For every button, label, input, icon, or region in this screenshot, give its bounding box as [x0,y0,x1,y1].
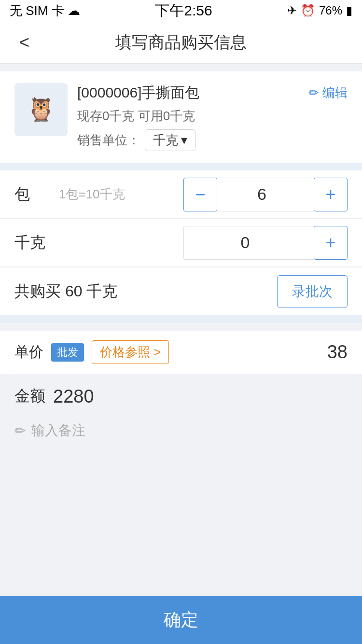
product-unit-row: 销售单位： 千克 ▾ [77,129,348,151]
unit-selector[interactable]: 千克 ▾ [145,129,195,151]
kg-controls: + [183,226,348,260]
sim-status: 无 SIM 卡 ☁ [10,2,80,19]
unit-value: 千克 [153,132,178,149]
product-name: [0000006]手撕面包 [77,83,199,103]
location-icon: ✈ [287,4,297,17]
status-time: 下午2:56 [155,1,212,21]
kg-increment-button[interactable]: + [314,226,348,260]
kg-input-row: 千克 + [0,219,362,267]
battery-icon: ▮ [346,4,352,17]
total-row: 共购买 60 千克 录批次 [0,267,362,315]
product-card: 🦉 [0000006]手撕面包 ✏ 编辑 现存0千克 可用0千克 销售单位： 千… [0,71,362,163]
status-bar: 无 SIM 卡 ☁ 下午2:56 ✈ ⏰ 76% ▮ [0,0,362,21]
price-label: 单价 [14,342,43,362]
price-section: 单价 批发 价格参照 > 38 [0,331,362,374]
confirm-button[interactable]: 确定 [0,596,362,644]
kg-label: 千克 [14,232,53,253]
bag-controls: − + [183,178,348,211]
amount-label: 金额 [14,386,45,407]
separator-1 [0,163,362,170]
status-right: ✈ ⏰ 76% ▮ [287,4,352,17]
price-type-tag: 批发 [51,343,84,362]
product-name-row: [0000006]手撕面包 ✏ 编辑 [77,83,348,103]
note-placeholder: 输入备注 [31,421,85,440]
product-stock: 现存0千克 可用0千克 [77,108,348,125]
edit-button[interactable]: ✏ 编辑 [308,84,348,101]
bag-sublabel: 1包=10千克 [59,186,125,203]
product-thumbnail: 🦉 [14,83,68,136]
back-button[interactable]: < [14,28,34,57]
bag-decrement-button[interactable]: − [183,178,217,211]
total-label: 共购买 60 千克 [14,281,117,302]
bag-label: 包 [14,184,53,205]
nav-bar: < 填写商品购买信息 [0,21,362,64]
price-value: 38 [327,342,348,363]
batch-button[interactable]: 录批次 [277,275,348,308]
amount-row: 金额 2280 [14,386,348,407]
price-reference-button[interactable]: 价格参照 > [92,340,169,364]
input-section: 包 1包=10千克 − + 千克 + 共购买 60 千克 录批次 [0,170,362,315]
amount-section: 金额 2280 ✏ 输入备注 [0,374,362,445]
kg-quantity-input[interactable] [183,226,314,260]
bag-quantity-input[interactable] [217,178,314,211]
separator-2 [0,315,362,323]
unit-label: 销售单位： [77,132,140,149]
note-row[interactable]: ✏ 输入备注 [14,417,348,445]
chevron-down-icon: ▾ [181,133,187,148]
bag-input-row: 包 1包=10千克 − + [0,170,362,219]
alarm-icon: ⏰ [301,4,315,17]
product-info: [0000006]手撕面包 ✏ 编辑 现存0千克 可用0千克 销售单位： 千克 … [77,83,348,151]
amount-value: 2280 [53,386,94,407]
product-logo-icon: 🦉 [27,96,56,123]
status-left: 无 SIM 卡 ☁ [10,2,80,19]
price-row: 单价 批发 价格参照 > 38 [14,331,348,374]
battery-level: 76% [319,4,342,17]
page-title: 填写商品购买信息 [115,31,247,54]
bag-increment-button[interactable]: + [314,178,348,211]
pencil-icon: ✏ [14,423,26,439]
